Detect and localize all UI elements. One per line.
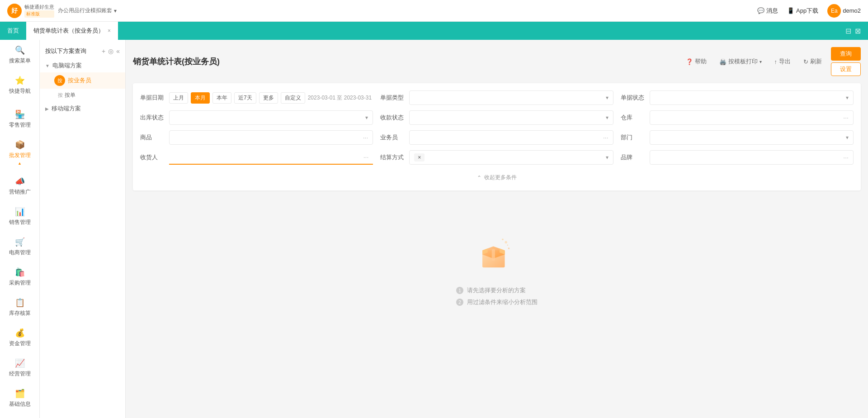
message-action[interactable]: 💬 消息 [757,7,778,15]
sidebar-label-operation: 经营管理 [9,370,31,378]
content-area: 按以下方案查询 + ◎ « ▼ 电脑端方案 按 按业务员 按 [40,40,868,418]
tab-minimize-icon[interactable]: ⊟ [845,27,851,35]
sidebar-label-marketing: 营销推广 [9,188,31,196]
date-btn-this-year[interactable]: 本年 [212,92,231,104]
add-scheme-icon[interactable]: + [102,48,105,55]
settings-button[interactable]: 设置 [831,62,861,76]
collapse-filters-button[interactable]: ⌃ 收起更多条件 [140,170,854,183]
doc-status-control[interactable]: ▾ [650,90,854,105]
export-button[interactable]: ↑ 导出 [771,56,795,67]
sidebar-label-finance: 资金管理 [9,340,31,347]
warehouse-control[interactable]: ··· [650,110,854,125]
date-btn-last-month[interactable]: 上月 [169,92,188,104]
finance-icon: 💰 [15,328,25,338]
sidebar-item-search[interactable]: 🔍 搜索菜单 [0,40,39,70]
search-icon: 🔍 [15,45,25,55]
collapse-label: 收起更多条件 [484,174,517,181]
filter-item-date: 单据日期 上月 本月 本年 近7天 更多 自定义 2023-03-01 至 20… [140,92,373,104]
step-1-text: 请先选择要分析的方案 [467,286,526,294]
dept-arrow-icon: ▾ [846,134,849,141]
sidebar-item-ecommerce[interactable]: 🛒 电商管理 [0,232,39,262]
print-button[interactable]: 🖨️ 按模板打印 ▾ [716,56,765,67]
print-arrow-icon: ▾ [760,59,762,64]
filter-item-warehouse: 仓库 ··· [621,110,854,125]
date-btn-this-month[interactable]: 本月 [191,92,210,104]
sidebar-item-quick[interactable]: ⭐ 快捷导航 [0,70,39,100]
sales-icon: 📊 [15,207,25,217]
left-panel: 按以下方案查询 + ◎ « ▼ 电脑端方案 按 按业务员 按 [40,40,126,418]
tree-mobile-header[interactable]: ▶ 移动端方案 [40,102,125,115]
sidebar-item-operation[interactable]: 📈 经营管理 [0,353,39,383]
tab-report[interactable]: 销货单统计表（按业务员） × [26,22,118,40]
payment-tag-remove[interactable]: × [418,154,421,161]
help-icon: ❓ [686,58,693,65]
sidebar-label-inventory: 库存核算 [9,309,31,317]
download-action[interactable]: 📱 App下载 [787,7,818,15]
query-button[interactable]: 查询 [831,47,861,61]
top-bar: 好 畅捷通好生意 标准版 办公用品行业模拟账套 ▾ 💬 消息 📱 App下载 E… [0,0,868,22]
panel-header: 按以下方案查询 + ◎ « [40,43,125,59]
sidebar-item-system[interactable]: ⚙️ 系统管理 [0,413,39,418]
warehouse-dots-icon: ··· [843,114,849,121]
tree-desktop-header[interactable]: ▼ 电脑端方案 [40,59,125,72]
refresh-label: 刷新 [810,57,822,66]
sidebar-item-retail[interactable]: 🏪 零售管理 [0,104,39,134]
salesperson-control[interactable]: ··· [409,130,613,145]
tree-mobile-arrow-icon: ▶ [45,106,49,111]
goods-label: 商品 [140,133,165,142]
sidebar-item-basic[interactable]: 🗂️ 基础信息 [0,383,39,413]
sidebar-item-finance[interactable]: 💰 资金管理 [0,323,39,353]
sidebar-item-marketing[interactable]: 📣 营销推广 [0,171,39,201]
star-icon: ⭐ [15,76,25,86]
box-svg [474,232,515,273]
brand-label: 品牌 [621,153,646,162]
collapse-panel-icon[interactable]: « [116,48,120,55]
payment-arrow-icon: ▾ [606,154,609,161]
sidebar-item-wholesale[interactable]: 📦 批发管理 ▲ [0,134,39,171]
tree-child-salesperson[interactable]: 按 按业务员 [40,72,125,89]
payment-label: 结算方式 [380,153,406,162]
inventory-icon: 📋 [15,298,25,308]
brand-control[interactable]: ··· [650,150,854,165]
refresh-button[interactable]: ↻ 刷新 [800,56,826,67]
sidebar-item-purchase[interactable]: 🛍️ 采购管理 [0,262,39,292]
tab-maximize-icon[interactable]: ⊠ [855,27,861,35]
filter-item-brand: 品牌 ··· [621,150,854,165]
help-button[interactable]: ❓ 帮助 [682,56,710,67]
download-label: App下载 [796,7,818,15]
tree-child-salesperson-label: 按业务员 [68,76,91,85]
message-icon: 💬 [757,7,764,14]
consignee-control[interactable]: ··· [169,150,373,165]
dept-control[interactable]: ▾ [650,130,854,145]
receipt-status-control[interactable]: ▾ [409,110,613,125]
doc-status-arrow-icon: ▾ [846,95,849,101]
empty-step-1: 1 请先选择要分析的方案 [456,286,538,294]
tree-expand-icon: ▼ [45,63,50,68]
message-label: 消息 [766,7,778,15]
empty-state-illustration [474,232,519,277]
breadcrumb-arrow[interactable]: ▾ [114,8,117,14]
tab-home-label: 首页 [7,27,19,35]
date-btn-last-7-days[interactable]: 近7天 [234,92,256,104]
goods-control[interactable]: ··· [169,130,373,145]
logo-area: 好 畅捷通好生意 标准版 [7,4,54,18]
filter-row-3: 商品 ··· 业务员 ··· 部门 ▾ [140,130,854,145]
date-btn-more[interactable]: 更多 [259,92,278,104]
basic-icon: 🗂️ [15,389,25,399]
panel-header-icons: + ◎ « [102,48,120,55]
user-action[interactable]: Ea demo2 [827,4,861,18]
edit-scheme-icon[interactable]: ◎ [108,48,113,55]
sidebar-item-inventory[interactable]: 📋 库存核算 [0,292,39,323]
payment-control[interactable]: × ▾ [409,150,613,165]
out-status-control[interactable]: ▾ [169,110,373,125]
tree-child-order[interactable]: 按 按单 [40,89,125,102]
tab-close-icon[interactable]: × [108,28,111,34]
sidebar-label-quick: 快捷导航 [9,87,31,95]
sidebar-item-sales[interactable]: 📊 销售管理 [0,201,39,232]
retail-icon: 🏪 [15,109,25,119]
date-btn-custom[interactable]: 自定义 [281,92,305,104]
tab-home[interactable]: 首页 [0,22,26,40]
consignee-dots-icon: ··· [363,153,369,161]
doc-type-control[interactable]: ▾ [409,90,613,105]
username-label: demo2 [843,7,861,14]
